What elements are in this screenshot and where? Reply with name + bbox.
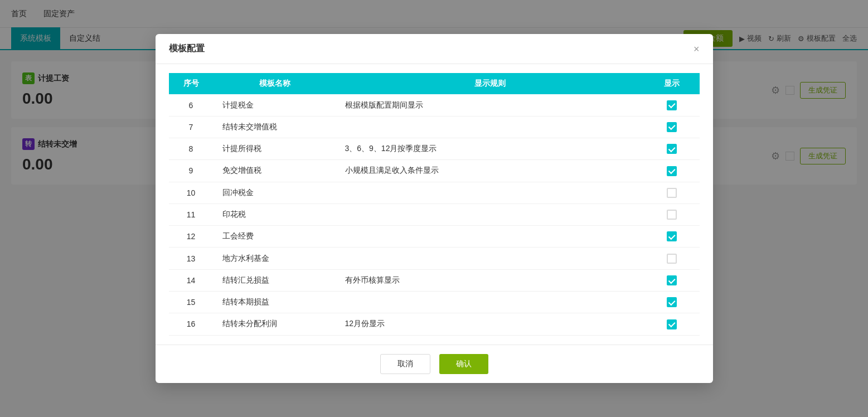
- cell-name-5: 印花税: [214, 203, 336, 225]
- cell-seq-3: 9: [169, 160, 214, 182]
- table-row: 7结转未交增值税: [169, 116, 700, 138]
- cell-check-7: [644, 248, 700, 269]
- table-row: 6计提税金根据模版配置期间显示: [169, 94, 700, 116]
- checkbox-row-4[interactable]: [667, 188, 677, 198]
- checkbox-row-10[interactable]: [667, 319, 677, 329]
- cell-seq-4: 10: [169, 182, 214, 203]
- cell-rule-2: 3、6、9、12月按季度显示: [336, 138, 644, 159]
- cell-check-3: [644, 160, 700, 182]
- table-row: 13地方水利基金: [169, 248, 700, 269]
- cell-seq-7: 13: [169, 248, 214, 269]
- cell-name-3: 免交增值税: [214, 160, 336, 182]
- cell-rule-3: 小规模且满足收入条件显示: [336, 160, 644, 182]
- cell-rule-1: [336, 116, 644, 138]
- cell-check-4: [644, 182, 700, 203]
- checkbox-row-1[interactable]: [667, 122, 677, 132]
- cell-rule-0: 根据模版配置期间显示: [336, 94, 644, 116]
- cell-seq-5: 11: [169, 203, 214, 225]
- cell-check-6: [644, 226, 700, 248]
- cell-seq-0: 6: [169, 94, 214, 116]
- template-config-dialog: 模板配置 × 序号 模板名称 显示规则 显示 6计提税金根据模版配置期间显示7结…: [156, 34, 713, 382]
- cell-check-10: [644, 313, 700, 335]
- table-row: 10回冲税金: [169, 182, 700, 203]
- cell-seq-6: 12: [169, 226, 214, 248]
- col-header-rule: 显示规则: [336, 73, 644, 94]
- table-row: 9免交增值税小规模且满足收入条件显示: [169, 160, 700, 182]
- cell-name-4: 回冲税金: [214, 182, 336, 203]
- dialog-body: 序号 模板名称 显示规则 显示 6计提税金根据模版配置期间显示7结转未交增值税8…: [156, 64, 713, 344]
- cell-rule-9: [336, 292, 644, 313]
- table-row: 12工会经费: [169, 226, 700, 248]
- table-body: 6计提税金根据模版配置期间显示7结转未交增值税8计提所得税3、6、9、12月按季…: [169, 94, 700, 335]
- cell-seq-2: 8: [169, 138, 214, 159]
- checkbox-row-3[interactable]: [667, 166, 677, 176]
- checkbox-row-6[interactable]: [667, 231, 677, 241]
- cell-name-0: 计提税金: [214, 94, 336, 116]
- config-table: 序号 模板名称 显示规则 显示 6计提税金根据模版配置期间显示7结转未交增值税8…: [169, 73, 700, 335]
- col-header-show: 显示: [644, 73, 700, 94]
- modal-overlay: 模板配置 × 序号 模板名称 显示规则 显示 6计提税金根据模版配置期间显示7结…: [0, 0, 868, 417]
- cell-name-10: 结转未分配利润: [214, 313, 336, 335]
- table-row: 15结转本期损益: [169, 292, 700, 313]
- cell-name-2: 计提所得税: [214, 138, 336, 159]
- cell-name-8: 结转汇兑损益: [214, 269, 336, 291]
- dialog-footer: 取消 确认: [156, 345, 713, 383]
- cell-check-2: [644, 138, 700, 159]
- dialog-header: 模板配置 ×: [156, 34, 713, 64]
- cell-seq-10: 16: [169, 313, 214, 335]
- cell-rule-7: [336, 248, 644, 269]
- table-row: 14结转汇兑损益有外币核算显示: [169, 269, 700, 291]
- cell-name-9: 结转本期损益: [214, 292, 336, 313]
- cell-check-1: [644, 116, 700, 138]
- checkbox-row-0[interactable]: [667, 100, 677, 110]
- checkbox-row-9[interactable]: [667, 297, 677, 307]
- dialog-close-button[interactable]: ×: [694, 44, 700, 54]
- cell-rule-5: [336, 203, 644, 225]
- cell-rule-10: 12月份显示: [336, 313, 644, 335]
- cell-check-8: [644, 269, 700, 291]
- checkbox-row-7[interactable]: [667, 254, 677, 264]
- cell-seq-1: 7: [169, 116, 214, 138]
- table-row: 16结转未分配利润12月份显示: [169, 313, 700, 335]
- confirm-button[interactable]: 确认: [439, 354, 488, 374]
- cell-rule-8: 有外币核算显示: [336, 269, 644, 291]
- checkbox-row-2[interactable]: [667, 144, 677, 154]
- table-row: 11印花税: [169, 203, 700, 225]
- cell-check-9: [644, 292, 700, 313]
- checkbox-row-5[interactable]: [667, 210, 677, 220]
- table-header-row: 序号 模板名称 显示规则 显示: [169, 73, 700, 94]
- cell-check-0: [644, 94, 700, 116]
- dialog-title: 模板配置: [169, 43, 205, 55]
- cell-check-5: [644, 203, 700, 225]
- cell-rule-6: [336, 226, 644, 248]
- cell-seq-9: 15: [169, 292, 214, 313]
- cell-name-6: 工会经费: [214, 226, 336, 248]
- cell-rule-4: [336, 182, 644, 203]
- cell-seq-8: 14: [169, 269, 214, 291]
- col-header-name: 模板名称: [214, 73, 336, 94]
- cell-name-1: 结转未交增值税: [214, 116, 336, 138]
- checkbox-row-8[interactable]: [667, 275, 677, 285]
- table-row: 8计提所得税3、6、9、12月按季度显示: [169, 138, 700, 159]
- col-header-seq: 序号: [169, 73, 214, 94]
- cancel-button[interactable]: 取消: [380, 354, 430, 374]
- cell-name-7: 地方水利基金: [214, 248, 336, 269]
